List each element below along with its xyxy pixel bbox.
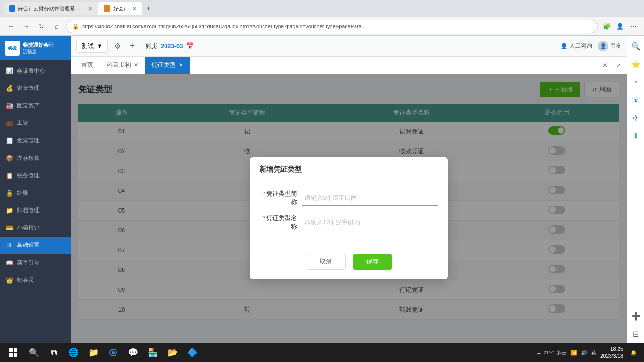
browser-chrome: 好会计云财务软件管理系统_会计 ✕ 好会计 ✕ + ← → ↻ ⌂ 🔒 http…	[0, 0, 644, 36]
cancel-button[interactable]: 取消	[306, 254, 346, 270]
right-panel: 🔍 ⭐ ✦ 📧 ✈ ⬇ ➕ ⊞ ⚙	[627, 36, 644, 362]
modal-title: 新增凭证类型	[259, 165, 302, 173]
sidebar-item-inventory[interactable]: 📦 库存核算	[0, 149, 71, 167]
tab-bar: 好会计云财务软件管理系统_会计 ✕ 好会计 ✕ +	[0, 0, 644, 17]
page-tab-subjects[interactable]: 科目期初 ✕	[100, 57, 145, 74]
lang-indicator: 英	[591, 349, 596, 356]
page-tab-voucher-close[interactable]: ✕	[179, 62, 183, 68]
period-info: 账期 2023-03 📅	[146, 42, 194, 50]
sidebar-item-finance-label: 资金管理	[17, 84, 40, 92]
consultant-label: 人工咨询	[570, 42, 592, 50]
logo-text: 畅捷通好会计 流畅版	[23, 41, 54, 55]
taskbar-wechat[interactable]: 💬	[124, 343, 142, 362]
sidebar-item-payroll[interactable]: 💼 工资	[0, 115, 71, 132]
sidebar-item-guide[interactable]: 📖 新手引导	[0, 254, 71, 272]
sidebar-item-payroll-label: 工资	[17, 119, 28, 127]
user-label: 用友	[610, 42, 621, 50]
notification-icon[interactable]: 🔔	[627, 346, 640, 359]
sidebar-item-member[interactable]: 👑 畅会员	[0, 272, 71, 289]
sidebar-item-tax[interactable]: 📋 税务管理	[0, 167, 71, 184]
back-button[interactable]: ←	[6, 21, 17, 32]
page-tab-subjects-label: 科目期初	[107, 61, 131, 69]
sidebar-item-guide-label: 新手引导	[17, 259, 40, 267]
taskbar-search[interactable]: 🔍	[25, 343, 43, 362]
page-tab-voucher-label: 凭证类型	[151, 61, 176, 69]
right-send-icon[interactable]: ✈	[629, 111, 643, 124]
home-button[interactable]: ⌂	[51, 21, 62, 32]
forward-button[interactable]: →	[21, 21, 32, 32]
sidebar-item-invoice[interactable]: 🧾 发票管理	[0, 132, 71, 149]
svg-point-5	[112, 351, 115, 354]
right-grid-icon[interactable]: ⊞	[629, 327, 643, 340]
minimize-panel-btn[interactable]: ✕	[600, 60, 610, 71]
add-btn[interactable]: +	[127, 41, 138, 52]
taskbar-msedge[interactable]: 🔷	[183, 343, 202, 362]
url-bar[interactable]: 🔒 https://cloud2.chanjet.com/accounting/…	[66, 20, 598, 33]
taskbar-explorer[interactable]: 📁	[84, 343, 103, 362]
taskbar-edge[interactable]: 🌐	[64, 343, 83, 362]
app-container: 畅捷 畅捷通好会计 流畅版 📊 会设表中心 💰 资金管理 🏭 固定资产 💼	[0, 36, 644, 362]
more-btn[interactable]: ⋯	[628, 21, 638, 32]
save-button[interactable]: 保存	[353, 254, 392, 270]
right-add-icon[interactable]: ➕	[629, 309, 643, 322]
name-input[interactable]	[302, 215, 438, 230]
sidebar-item-close[interactable]: 🔒 结账	[0, 184, 71, 202]
right-ai-icon[interactable]: ✦	[629, 75, 643, 89]
taskbar-files[interactable]: 📂	[163, 343, 182, 362]
page-tab-home-label: 首页	[81, 61, 93, 69]
modal-overlay: 新增凭证类型 凭证类型简称 凭证类型名称 取消	[71, 74, 627, 362]
refresh-button[interactable]: ↻	[36, 21, 47, 32]
clock: 18:25 2023/3/18	[600, 346, 623, 360]
page-tab-home[interactable]: 首页	[74, 57, 100, 74]
right-outlook-icon[interactable]: 📧	[629, 93, 643, 107]
user-avatar: 👤	[598, 41, 608, 51]
org-settings-btn[interactable]: ⚙	[112, 41, 123, 52]
right-star-icon[interactable]: ⭐	[629, 58, 643, 71]
sidebar-item-settings[interactable]: ⚙ 基础设置	[0, 237, 71, 254]
page-tab-nav: 首页 科目期初 ✕ 凭证类型 ✕ ✕ ⤢	[71, 57, 627, 74]
abbr-input[interactable]	[302, 190, 438, 206]
org-selector[interactable]: 测试 ▼	[76, 40, 108, 53]
svg-rect-0	[9, 348, 13, 352]
sidebar-item-dashboard[interactable]: 📊 会设表中心	[0, 62, 71, 80]
browser-actions: 🧩 👤 ⋯	[602, 21, 638, 32]
tab2-close[interactable]: ✕	[132, 6, 137, 12]
period-label: 账期	[146, 42, 158, 50]
browser-tab-1[interactable]: 好会计云财务软件管理系统_会计 ✕	[4, 2, 98, 15]
tab-expand-buttons: ✕ ⤢	[600, 60, 623, 71]
new-tab-button[interactable]: +	[142, 2, 154, 15]
extensions-btn[interactable]: 🧩	[602, 21, 612, 32]
sidebar-item-finance[interactable]: 💰 资金管理	[0, 80, 71, 97]
form-row-abbr: 凭证类型简称	[259, 189, 438, 206]
consultant-button[interactable]: 👤 人工咨询	[561, 42, 592, 50]
sidebar-item-assets[interactable]: 🏭 固定资产	[0, 97, 71, 115]
taskbar-chrome[interactable]	[104, 343, 123, 362]
right-search-icon[interactable]: 🔍	[629, 40, 643, 53]
volume-icon: 🔊	[581, 350, 587, 356]
expand-panel-btn[interactable]: ⤢	[613, 60, 623, 71]
page-tab-voucher-type[interactable]: 凭证类型 ✕	[145, 57, 190, 74]
tab1-close[interactable]: ✕	[88, 6, 92, 12]
page-tab-subjects-close[interactable]: ✕	[134, 62, 138, 68]
tab2-label: 好会计	[113, 5, 129, 12]
start-button[interactable]	[4, 343, 23, 362]
sidebar-item-expense[interactable]: 💳 小畅报销	[0, 219, 71, 237]
taskbar-taskview[interactable]: ⧉	[44, 343, 63, 362]
guide-icon: 📖	[6, 259, 13, 267]
logo-line1: 畅捷通好会计	[23, 41, 54, 49]
right-download-icon[interactable]: ⬇	[629, 129, 643, 142]
profile-btn[interactable]: 👤	[615, 21, 625, 32]
svg-rect-3	[14, 353, 17, 357]
user-button[interactable]: 👤 用友	[598, 41, 621, 51]
browser-tab-2[interactable]: 好会计 ✕	[98, 2, 142, 15]
modal-header: 新增凭证类型	[250, 157, 448, 180]
main-area: 测试 ▼ ⚙ + 账期 2023-03 📅 👤 人工咨询 👤 用友	[71, 36, 627, 362]
tax-icon: 📋	[6, 172, 13, 180]
assets-icon: 🏭	[6, 102, 13, 110]
tab1-label: 好会计云财务软件管理系统_会计	[18, 5, 84, 12]
sidebar-item-assets-label: 固定资产	[17, 102, 40, 110]
clock-date: 2023/3/18	[600, 353, 623, 360]
taskbar-store[interactable]: 🏪	[143, 343, 162, 362]
finance-icon: 💰	[6, 85, 13, 92]
sidebar-item-archive[interactable]: 📁 归档管理	[0, 202, 71, 219]
